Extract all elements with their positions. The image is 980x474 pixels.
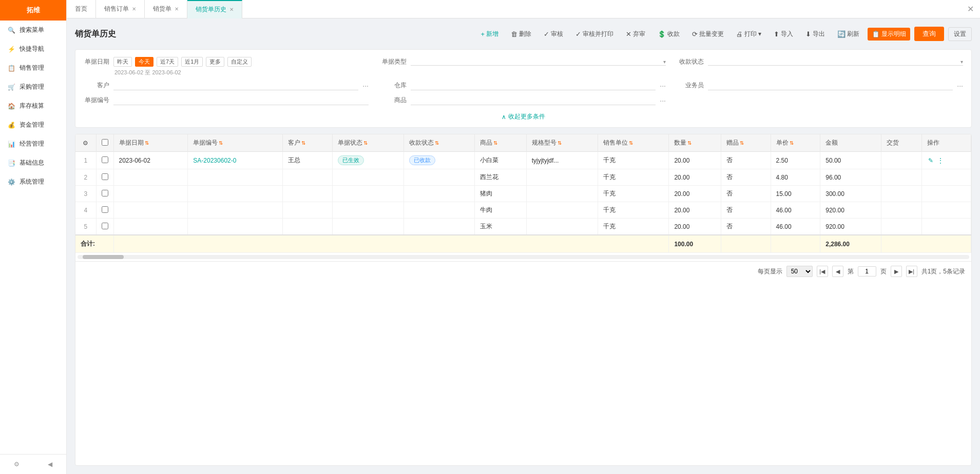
salesperson-input[interactable] xyxy=(708,81,953,90)
col-unitprice-header[interactable]: 单价⇅ xyxy=(771,134,820,152)
col-salesunit-header[interactable]: 销售单位⇅ xyxy=(598,134,669,152)
salesperson-picker-icon[interactable]: ··· xyxy=(957,82,963,90)
col-trade-header[interactable]: 交货 xyxy=(881,134,922,152)
warehouse-input[interactable] xyxy=(411,81,656,90)
row1-idx: 1 xyxy=(75,152,96,169)
date-custom-btn[interactable]: 自定义 xyxy=(227,57,252,67)
sidebar-settings-btn[interactable]: ⚙ xyxy=(12,459,22,470)
col-customer-header[interactable]: 客户⇅ xyxy=(283,134,333,152)
date-more-btn[interactable]: 更多 xyxy=(206,57,224,67)
close-tab-sales-delivery-icon[interactable]: ✕ xyxy=(175,6,179,12)
date-1month-btn[interactable]: 近1月 xyxy=(181,57,203,67)
customer-picker-icon[interactable]: ··· xyxy=(362,82,369,90)
tab-sales-order[interactable]: 销售订单 ✕ xyxy=(96,0,145,18)
row5-unitprice: 46.00 xyxy=(771,219,820,235)
sidebar-collapse-btn[interactable]: ◀ xyxy=(46,459,54,470)
payment-status-select[interactable] xyxy=(708,58,960,65)
sidebar-item-basic-info[interactable]: 📑 基础信息 xyxy=(0,153,66,172)
col-docstatus-header[interactable]: 单据状态⇅ xyxy=(332,134,403,152)
horizontal-scrollbar[interactable] xyxy=(78,255,969,259)
date-label: 单据日期 xyxy=(84,57,109,66)
col-qty-header[interactable]: 数量⇅ xyxy=(669,134,721,152)
tab-home[interactable]: 首页 xyxy=(67,0,96,18)
col-product-header[interactable]: 商品⇅ xyxy=(475,134,526,152)
batch-change-button[interactable]: ⟳ 批量变更 xyxy=(688,28,728,41)
row1-docno[interactable]: SA-20230602-0 xyxy=(188,152,283,169)
doc-type-select[interactable] xyxy=(411,58,663,65)
total-row: 合计: 100.00 2,286.00 xyxy=(75,235,971,253)
collapse-button[interactable]: ∧ 收起更多条件 xyxy=(84,110,963,123)
collect-button[interactable]: 💲 收款 xyxy=(654,28,684,41)
page-number-input[interactable] xyxy=(858,266,876,276)
product-input[interactable] xyxy=(411,95,656,105)
close-tab-sales-order-icon[interactable]: ✕ xyxy=(132,6,136,12)
row2-check[interactable] xyxy=(96,169,113,186)
row5-check[interactable] xyxy=(96,219,113,235)
show-details-button[interactable]: 📋 显示明细 xyxy=(868,28,910,41)
per-page-select[interactable]: 50 100 200 xyxy=(786,266,813,277)
date-today-btn[interactable]: 今天 xyxy=(135,57,153,67)
query-button[interactable]: 查询 xyxy=(914,27,944,41)
first-page-btn[interactable]: |◀ xyxy=(817,266,828,277)
import-button[interactable]: ⬆ 导入 xyxy=(770,28,797,41)
refresh-button[interactable]: 🔄 刷新 xyxy=(833,28,863,41)
tab-sales-delivery[interactable]: 销货单 ✕ xyxy=(145,0,187,18)
warehouse-picker-icon[interactable]: ··· xyxy=(660,82,666,90)
row2-qty: 20.00 xyxy=(669,169,721,186)
print-button[interactable]: 🖨 打印 ▾ xyxy=(732,28,765,41)
sidebar-item-sales-mgmt[interactable]: 📋 销售管理 xyxy=(0,58,66,77)
sidebar-item-system-mgmt[interactable]: ⚙️ 系统管理 xyxy=(0,172,66,191)
scrollbar-thumb[interactable] xyxy=(83,255,124,259)
prev-page-btn[interactable]: ◀ xyxy=(832,266,843,277)
select-all-checkbox[interactable] xyxy=(102,139,108,146)
row3-check[interactable] xyxy=(96,186,113,202)
close-tab-sales-history-icon[interactable]: ✕ xyxy=(229,7,234,12)
row1-checkbox[interactable] xyxy=(102,156,108,163)
delete-button[interactable]: 🗑 删除 xyxy=(507,28,535,41)
next-page-btn[interactable]: ▶ xyxy=(891,266,902,277)
row1-edit-btn[interactable]: ✎ xyxy=(927,157,934,164)
row1-product: 小白菜 xyxy=(475,152,526,169)
export-button[interactable]: ⬇ 导出 xyxy=(801,28,829,41)
row2-checkbox[interactable] xyxy=(102,173,108,180)
col-paymentstatus-header[interactable]: 收款状态⇅ xyxy=(403,134,475,152)
sidebar-item-quick-nav[interactable]: ⚡ 快捷导航 xyxy=(0,40,66,58)
sidebar-item-search-menu[interactable]: 🔍 搜索菜单 xyxy=(0,21,66,40)
sidebar-item-purchase-mgmt[interactable]: 🛒 采购管理 xyxy=(0,77,66,96)
sidebar-item-inventory-calc[interactable]: 🏠 库存核算 xyxy=(0,96,66,115)
row4-check[interactable] xyxy=(96,202,113,219)
row1-check[interactable] xyxy=(96,152,113,169)
col-amount-header[interactable]: 金额 xyxy=(820,134,881,152)
close-all-tabs-btn[interactable]: ✕ xyxy=(961,4,980,14)
col-gift-header[interactable]: 赠品⇅ xyxy=(721,134,771,152)
audit-print-button[interactable]: ✓ 审核并打印 xyxy=(571,28,618,41)
new-button[interactable]: + 新增 xyxy=(476,28,503,41)
date-7days-btn[interactable]: 近7天 xyxy=(157,57,178,67)
doc-no-input[interactable] xyxy=(113,95,369,105)
batch-change-icon: ⟳ xyxy=(692,30,698,38)
last-page-btn[interactable]: ▶| xyxy=(906,266,917,277)
row3-gift: 否 xyxy=(721,186,771,202)
row1-trade xyxy=(881,152,922,169)
col-spec-header[interactable]: 规格型号⇅ xyxy=(526,134,598,152)
audit-button[interactable]: ✓ 审核 xyxy=(540,28,567,41)
product-picker-icon[interactable]: ··· xyxy=(660,96,666,105)
tab-sales-history[interactable]: 销货单历史 ✕ xyxy=(187,0,242,18)
abandon-button[interactable]: ✕ 弃审 xyxy=(622,28,649,41)
sidebar-item-fund-mgmt[interactable]: 💰 资金管理 xyxy=(0,115,66,134)
sidebar-item-operation-mgmt[interactable]: 📊 经营管理 xyxy=(0,134,66,153)
settings-button[interactable]: 设置 xyxy=(948,27,972,41)
row4-checkbox[interactable] xyxy=(102,206,108,213)
customer-input[interactable] xyxy=(113,81,358,90)
col-docno-header[interactable]: 单据编号⇅ xyxy=(188,134,283,152)
date-yesterday-btn[interactable]: 昨天 xyxy=(113,57,132,67)
row2-docno xyxy=(188,169,283,186)
col-check-header[interactable] xyxy=(96,134,113,152)
row5-checkbox[interactable] xyxy=(102,223,108,229)
row3-checkbox[interactable] xyxy=(102,190,108,196)
row5-amount: 920.00 xyxy=(820,219,881,235)
quick-nav-icon: ⚡ xyxy=(7,45,15,53)
row1-more-btn[interactable]: ⋮ xyxy=(936,157,945,164)
col-settings-header[interactable]: ⚙ xyxy=(75,134,96,152)
col-date-header[interactable]: 单据日期⇅ xyxy=(113,134,188,152)
